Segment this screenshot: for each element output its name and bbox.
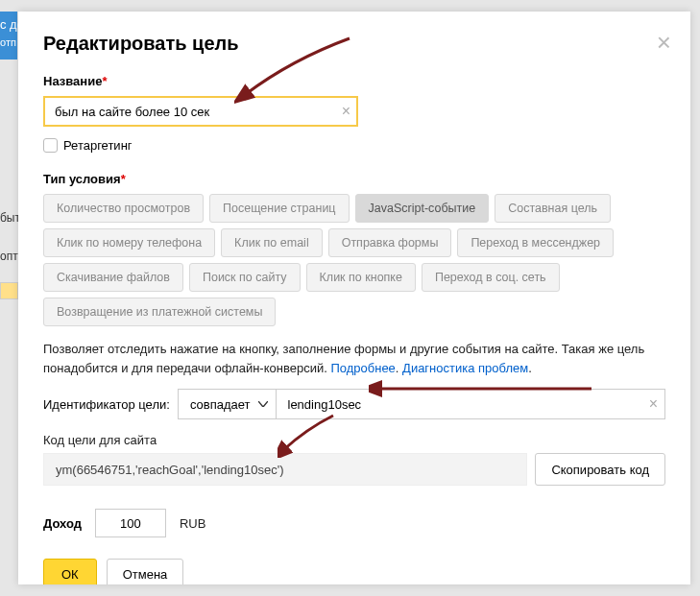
condition-type-chip[interactable]: Клик по номеру телефона — [43, 228, 215, 257]
condition-type-chip[interactable]: Посещение страниц — [209, 194, 349, 223]
name-label: Название* — [43, 74, 665, 88]
condition-type-chip[interactable]: Отправка формы — [328, 228, 452, 257]
currency-label: RUB — [180, 516, 205, 531]
condition-type-chip[interactable]: Переход в соц. сеть — [422, 263, 560, 292]
condition-type-chip[interactable]: Клик по email — [221, 228, 323, 257]
match-type-select[interactable]: совпадает — [178, 389, 277, 419]
condition-type-label: Тип условия* — [43, 172, 665, 186]
condition-type-chip[interactable]: JavaScript-событие — [355, 194, 490, 223]
condition-type-chip[interactable]: Переход в мессенджер — [457, 228, 614, 257]
edit-goal-modal: Редактировать цель × Название* × Ретарге… — [18, 12, 690, 584]
modal-title: Редактировать цель — [43, 33, 665, 55]
clear-icon[interactable]: × — [342, 103, 350, 120]
condition-chips: Количество просмотровПосещение страницJa… — [43, 194, 665, 326]
copy-code-button[interactable]: Скопировать код — [535, 453, 665, 486]
more-link[interactable]: Подробнее — [330, 361, 395, 375]
code-label: Код цели для сайта — [43, 433, 665, 447]
ok-button[interactable]: ОК — [43, 559, 97, 584]
retargeting-label: Ретаргетинг — [63, 138, 133, 153]
condition-type-chip[interactable]: Количество просмотров — [43, 194, 204, 223]
diagnostics-link[interactable]: Диагностика проблем — [402, 361, 528, 375]
close-icon[interactable]: × — [657, 33, 671, 52]
chevron-down-icon — [258, 401, 268, 407]
bg-text: быт — [0, 211, 20, 225]
income-label: Доход — [43, 516, 82, 531]
goal-name-input[interactable] — [43, 96, 358, 127]
goal-code-field[interactable]: ym(66546751,'reachGoal','lending10sec') — [43, 453, 527, 486]
clear-icon[interactable]: × — [649, 395, 658, 413]
goal-id-label: Идентификатор цели: — [43, 397, 170, 412]
info-text: Позволяет отследить нажатие на кнопку, з… — [43, 340, 665, 377]
condition-type-chip[interactable]: Скачивание файлов — [43, 263, 183, 292]
income-input[interactable] — [95, 509, 166, 537]
goal-id-input[interactable] — [277, 389, 666, 419]
retargeting-checkbox[interactable] — [43, 138, 58, 153]
condition-type-chip[interactable]: Составная цель — [495, 194, 611, 223]
condition-type-chip[interactable]: Клик по кнопке — [306, 263, 416, 292]
condition-type-chip[interactable]: Поиск по сайту — [189, 263, 301, 292]
bg-text: отп — [0, 36, 16, 48]
cancel-button[interactable]: Отмена — [107, 559, 184, 584]
condition-type-chip[interactable]: Возвращение из платежной системы — [43, 298, 276, 326]
